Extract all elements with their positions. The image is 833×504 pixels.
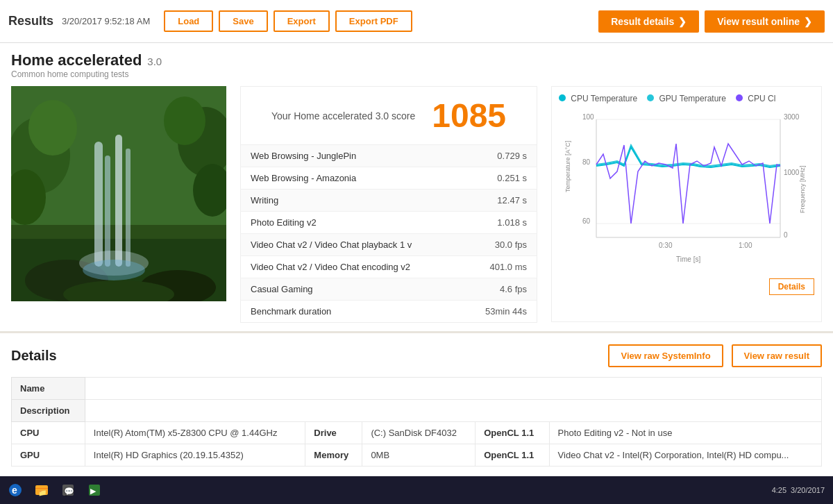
load-button[interactable]: Load	[164, 10, 213, 32]
result-name: Writing	[241, 190, 462, 212]
table-row: Benchmark duration53min 44s	[241, 301, 537, 323]
result-value: 53min 44s	[462, 301, 537, 323]
svg-rect-5	[115, 135, 122, 267]
description-label: Description	[12, 400, 85, 422]
svg-text:📁: 📁	[38, 488, 47, 497]
cpu-label: CPU	[12, 422, 85, 444]
results-table: Web Browsing - JunglePin0.729 sWeb Brows…	[240, 144, 537, 323]
svg-rect-4	[105, 156, 110, 267]
result-value: 1.018 s	[462, 212, 537, 234]
opencl2-label: OpenCL 1.1	[476, 444, 549, 467]
opencl1-value: Photo Editing v2 - Not in use	[549, 422, 821, 444]
result-name: Benchmark duration	[241, 301, 462, 323]
svg-point-15	[83, 260, 145, 280]
table-row: Video Chat v2 / Video Chat encoding v240…	[241, 256, 537, 278]
chart-legend: CPU Temperature GPU Temperature CPU Cl	[559, 94, 814, 103]
taskbar-time: 4:25	[772, 486, 786, 494]
export-button[interactable]: Export	[274, 10, 330, 32]
svg-text:Frequency [MHz]: Frequency [MHz]	[799, 165, 806, 213]
details-section: Details View raw SystemInfo View raw res…	[0, 331, 833, 478]
view-raw-result-button[interactable]: View raw result	[732, 344, 822, 367]
gpu-label: GPU	[12, 444, 85, 467]
memory-label: Memory	[305, 444, 362, 467]
svg-point-13	[164, 96, 205, 145]
result-value: 0.729 s	[462, 145, 537, 167]
legend-gpu-temp-dot	[647, 94, 654, 101]
cpu-value: Intel(R) Atom(TM) x5-Z8300 CPU @ 1.44GHz	[85, 422, 305, 444]
description-value	[85, 400, 821, 422]
result-value: 30.0 fps	[462, 234, 537, 256]
score-header: Your Home accelerated 3.0 score 1085	[240, 86, 537, 144]
bench-info: Home accelerated 3.0 Common home computi…	[11, 51, 162, 79]
table-row: Casual Gaming4.6 fps	[241, 278, 537, 301]
top-bar: Results 3/20/2017 9:52:18 AM Load Save E…	[0, 0, 833, 43]
svg-text:100: 100	[582, 113, 594, 121]
table-row: Writing12.47 s	[241, 190, 537, 212]
table-row: Photo Editing v21.018 s	[241, 212, 537, 234]
view-result-online-button[interactable]: View result online ❯	[705, 10, 825, 33]
legend-gpu-temp: GPU Temperature	[647, 94, 726, 103]
score-value: 1085	[432, 96, 506, 135]
svg-text:0:30: 0:30	[659, 242, 673, 249]
content-grid: Your Home accelerated 3.0 score 1085 Web…	[11, 86, 822, 323]
name-label: Name	[12, 378, 85, 400]
drive-label: Drive	[305, 422, 362, 444]
taskbar-app2-icon[interactable]: ▶	[82, 478, 107, 503]
chart-panel: CPU Temperature GPU Temperature CPU Cl 1…	[551, 86, 822, 322]
result-name: Web Browsing - JunglePin	[241, 145, 462, 167]
chart-area: 100 80 60 3000 1000 0 0:30 1:00	[559, 109, 814, 289]
drive-value: (C:) SanDisk DF4032	[362, 422, 476, 444]
page-title: Results	[8, 14, 53, 28]
svg-text:Temperature [A°C]: Temperature [A°C]	[564, 141, 571, 192]
taskbar: e 📁 💬 ▶ 4:25 3/20/2017	[0, 476, 833, 504]
details-table: Name Description CPU Intel(R) Atom(TM) x…	[11, 377, 822, 467]
result-value: 12.47 s	[462, 190, 537, 212]
export-pdf-button[interactable]: Export PDF	[335, 10, 412, 32]
result-details-button[interactable]: Result details ❯	[598, 10, 699, 33]
opencl1-label: OpenCL 1.1	[476, 422, 549, 444]
legend-cpu-temp-dot	[559, 94, 566, 101]
bench-subtitle: Common home computing tests	[11, 69, 162, 79]
name-value	[85, 378, 821, 400]
taskbar-explorer-icon[interactable]: 📁	[29, 478, 54, 503]
svg-text:1000: 1000	[784, 169, 800, 176]
result-name: Photo Editing v2	[241, 212, 462, 234]
legend-cpu-cl-dot	[736, 94, 743, 101]
memory-value: 0MB	[362, 444, 476, 467]
result-name: Web Browsing - Amazonia	[241, 167, 462, 190]
save-button[interactable]: Save	[219, 10, 267, 32]
svg-rect-3	[94, 142, 103, 267]
table-row-hardware2: GPU Intel(R) HD Graphics (20.19.15.4352)…	[12, 444, 822, 467]
bench-header: Home accelerated 3.0 Common home computi…	[11, 51, 822, 79]
taskbar-ie-icon[interactable]: e	[3, 478, 28, 503]
legend-cpu-cl: CPU Cl	[736, 94, 775, 103]
opencl2-value: Video Chat v2 - Intel(R) Corporation, In…	[549, 444, 821, 467]
svg-text:0: 0	[784, 231, 788, 239]
result-value: 0.251 s	[462, 167, 537, 190]
bench-title: Home accelerated	[11, 51, 142, 69]
table-row: Video Chat v2 / Video Chat playback 1 v3…	[241, 234, 537, 256]
score-label: Your Home accelerated 3.0 score	[271, 110, 415, 121]
svg-text:60: 60	[582, 217, 591, 225]
svg-text:Time [s]: Time [s]	[676, 255, 700, 263]
details-title: Details	[11, 348, 600, 364]
result-name: Video Chat v2 / Video Chat playback 1 v	[241, 234, 462, 256]
taskbar-date: 3/20/2017	[791, 486, 825, 494]
chart-svg: 100 80 60 3000 1000 0 0:30 1:00	[559, 109, 814, 289]
bench-image	[11, 86, 226, 301]
result-name: Video Chat v2 / Video Chat encoding v2	[241, 256, 462, 278]
result-date: 3/20/2017 9:52:18 AM	[62, 16, 150, 26]
table-row-name: Name	[12, 378, 822, 400]
result-name: Casual Gaming	[241, 278, 462, 301]
taskbar-tray: 4:25 3/20/2017	[772, 486, 830, 494]
svg-text:1:00: 1:00	[739, 242, 752, 249]
taskbar-app1-icon[interactable]: 💬	[56, 478, 81, 503]
svg-text:💬: 💬	[64, 486, 74, 496]
view-raw-systeminfo-button[interactable]: View raw SystemInfo	[608, 344, 723, 367]
svg-rect-6	[126, 149, 131, 267]
details-header: Details View raw SystemInfo View raw res…	[11, 344, 822, 367]
table-row-hardware: CPU Intel(R) Atom(TM) x5-Z8300 CPU @ 1.4…	[12, 422, 822, 444]
score-panel: Your Home accelerated 3.0 score 1085 Web…	[235, 86, 543, 323]
main-panel: Home accelerated 3.0 Common home computi…	[0, 43, 833, 331]
table-row-description: Description	[12, 400, 822, 422]
